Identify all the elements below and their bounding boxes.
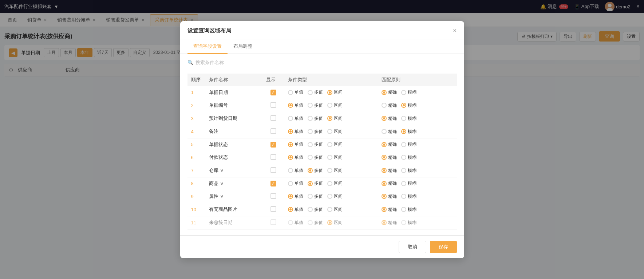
cell-name: 仓库 ∨: [205, 164, 262, 177]
type-radio-item[interactable]: 多值: [308, 154, 323, 161]
type-radio-item[interactable]: 区间: [327, 154, 343, 161]
type-radio-item[interactable]: 单值: [288, 193, 303, 200]
match-radio-item[interactable]: 模糊: [401, 193, 416, 200]
radio-label: 模糊: [408, 193, 416, 200]
match-radio-item[interactable]: 模糊: [401, 168, 416, 174]
cell-show[interactable]: ✓: [262, 86, 284, 99]
radio-label: 单值: [295, 193, 303, 200]
type-radio-item[interactable]: 区间: [327, 207, 343, 213]
modal-close-btn[interactable]: ×: [453, 27, 457, 35]
match-radio-item[interactable]: 模糊: [401, 180, 416, 186]
show-checkbox[interactable]: [270, 128, 276, 134]
match-radio-item[interactable]: 精确: [382, 193, 397, 200]
match-radio-item[interactable]: 精确: [382, 102, 397, 109]
match-radio-item[interactable]: 模糊: [401, 115, 416, 122]
type-radio-item[interactable]: 单值: [288, 207, 303, 213]
match-radio-item[interactable]: 精确: [382, 207, 397, 213]
match-radio-item[interactable]: 精确: [382, 180, 397, 186]
type-radio-item[interactable]: 单值: [288, 102, 303, 109]
type-radio-item[interactable]: 区间: [327, 141, 343, 148]
type-radio-item[interactable]: 多值: [308, 207, 323, 213]
show-checkbox[interactable]: [270, 193, 276, 199]
type-radio-item[interactable]: 多值: [308, 193, 323, 200]
order-num: 4: [191, 129, 194, 134]
type-radio-item[interactable]: 单值: [288, 168, 303, 174]
cell-show[interactable]: ✓: [262, 177, 284, 190]
type-radio-item[interactable]: 单值: [288, 141, 303, 148]
type-radio-item[interactable]: 区间: [327, 102, 343, 109]
show-checkbox[interactable]: [270, 219, 276, 225]
search-input[interactable]: [195, 60, 268, 65]
type-radio-item[interactable]: 单值: [288, 220, 303, 226]
match-radio-item[interactable]: 模糊: [401, 141, 416, 148]
cell-show[interactable]: [262, 112, 284, 125]
radio-label: 多值: [314, 89, 323, 95]
show-checkbox[interactable]: [270, 115, 276, 121]
match-radio-item[interactable]: 精确: [382, 220, 397, 226]
match-radio-item[interactable]: 模糊: [401, 220, 416, 226]
order-num: 8: [191, 181, 194, 186]
cell-show[interactable]: [262, 151, 284, 164]
cell-show[interactable]: [262, 190, 284, 203]
cell-show[interactable]: [262, 125, 284, 138]
type-radio-item[interactable]: 区间: [327, 168, 343, 174]
type-radio-item[interactable]: 多值: [308, 129, 323, 135]
type-radio-item[interactable]: 多值: [308, 168, 323, 174]
type-radio-item[interactable]: 多值: [308, 102, 323, 109]
modal-tab-layout[interactable]: 布局调整: [228, 39, 258, 54]
cell-show[interactable]: [262, 203, 284, 216]
radio-label: 模糊: [408, 115, 416, 122]
cell-show[interactable]: [262, 99, 284, 112]
match-radio-item[interactable]: 精确: [382, 154, 397, 161]
match-radio-item[interactable]: 精确: [382, 129, 397, 135]
show-checkbox[interactable]: [270, 154, 276, 160]
type-radio-item[interactable]: 区间: [327, 129, 343, 135]
type-radio-item[interactable]: 多值: [308, 220, 323, 226]
cancel-btn[interactable]: 取消: [399, 241, 426, 253]
save-btn[interactable]: 保存: [430, 241, 457, 253]
type-radio-item[interactable]: 单值: [288, 89, 303, 95]
type-radio-group: 单值多值区间: [288, 129, 374, 135]
modal-tab-fields[interactable]: 查询字段设置: [187, 39, 228, 54]
type-radio-item[interactable]: 多值: [308, 180, 323, 186]
radio-label: 精确: [388, 102, 397, 109]
th-type: 条件类型: [284, 74, 378, 86]
cell-show[interactable]: ✓: [262, 138, 284, 151]
radio-circle: [288, 129, 293, 134]
cell-match: 精确模糊: [378, 177, 457, 190]
radio-circle: [308, 168, 313, 173]
type-radio-item[interactable]: 区间: [327, 89, 343, 95]
show-checkbox[interactable]: ✓: [270, 181, 276, 186]
cell-show[interactable]: [262, 216, 284, 229]
type-radio-item[interactable]: 单值: [288, 129, 303, 135]
type-radio-item[interactable]: 区间: [327, 115, 343, 122]
type-radio-item[interactable]: 多值: [308, 89, 323, 95]
show-checkbox[interactable]: [270, 102, 276, 108]
show-checkbox[interactable]: ✓: [270, 90, 276, 95]
modal-search: 🔍: [187, 60, 457, 69]
match-radio-item[interactable]: 精确: [382, 115, 397, 122]
match-radio-item[interactable]: 模糊: [401, 154, 416, 161]
cell-match: 精确模糊: [378, 99, 457, 112]
match-radio-item[interactable]: 模糊: [401, 129, 416, 135]
show-checkbox[interactable]: ✓: [270, 142, 276, 148]
show-checkbox[interactable]: [270, 206, 276, 212]
match-radio-item[interactable]: 模糊: [401, 89, 416, 95]
type-radio-item[interactable]: 区间: [327, 180, 343, 186]
radio-circle: [401, 155, 406, 160]
type-radio-item[interactable]: 区间: [327, 220, 343, 226]
match-radio-item[interactable]: 精确: [382, 89, 397, 95]
radio-circle: [288, 168, 293, 173]
match-radio-item[interactable]: 精确: [382, 168, 397, 174]
type-radio-item[interactable]: 单值: [288, 154, 303, 161]
type-radio-item[interactable]: 区间: [327, 193, 343, 200]
type-radio-item[interactable]: 单值: [288, 180, 303, 186]
match-radio-item[interactable]: 模糊: [401, 102, 416, 109]
match-radio-item[interactable]: 精确: [382, 141, 397, 148]
type-radio-item[interactable]: 多值: [308, 141, 323, 148]
cell-show[interactable]: [262, 164, 284, 177]
type-radio-item[interactable]: 多值: [308, 115, 323, 122]
type-radio-item[interactable]: 单值: [288, 115, 303, 122]
show-checkbox[interactable]: [270, 167, 276, 173]
match-radio-item[interactable]: 模糊: [401, 207, 416, 213]
